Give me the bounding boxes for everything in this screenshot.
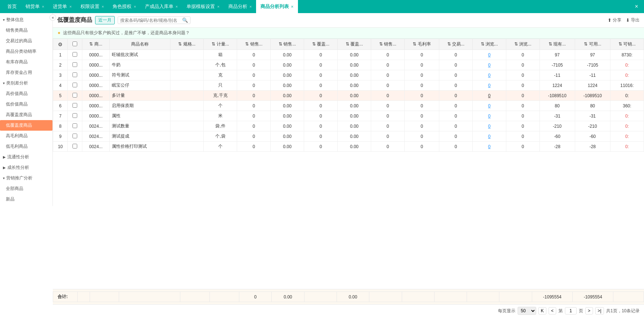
row-check[interactable] <box>68 131 82 142</box>
row-check[interactable] <box>68 91 82 101</box>
col-view1[interactable]: ⇅ 浏览... <box>472 39 506 50</box>
col-code[interactable]: ⇅ 商... <box>82 39 110 50</box>
sidebar-section-overall[interactable]: ▾ 整体信息 <box>0 15 52 25</box>
sidebar-item-low-margin[interactable]: 低毛利商品 <box>0 141 52 152</box>
tab-purchase[interactable]: 进货单 × <box>48 0 76 13</box>
per-page-select[interactable]: 50 20 100 <box>518 307 536 315</box>
col-check[interactable] <box>68 39 82 50</box>
row-view1[interactable]: 0 <box>472 80 506 91</box>
row-view1[interactable]: 0 <box>472 142 506 152</box>
sidebar-item-stock-capital[interactable]: 库存资金占用 <box>0 67 52 78</box>
col-trade[interactable]: ⇅ 交易... <box>439 39 472 50</box>
tab-template-close[interactable]: × <box>217 4 219 9</box>
tab-sales-order[interactable]: 销货单 × <box>21 0 48 13</box>
search-icon[interactable]: 🔍 <box>182 17 188 23</box>
tab-purchase-close[interactable]: × <box>69 4 71 9</box>
row-check[interactable] <box>68 70 82 80</box>
row-check[interactable] <box>68 50 82 60</box>
col-margin[interactable]: ⇅ 毛利率 <box>405 39 439 50</box>
col-view2[interactable]: ⇅ 浏览... <box>506 39 539 50</box>
tab-goods-analysis[interactable]: 商品分析 × <box>224 0 256 13</box>
row-check[interactable] <box>68 80 82 91</box>
col-gear[interactable]: ⚙ <box>53 39 68 50</box>
check-all[interactable] <box>72 41 77 46</box>
row-check[interactable] <box>68 60 82 70</box>
sidebar-section-flow[interactable]: ▶ 流通性分析 <box>0 152 52 162</box>
last-page-button[interactable]: >| <box>595 307 604 314</box>
col-unit[interactable]: ⇅ 计量... <box>204 39 237 50</box>
row-check[interactable] <box>68 121 82 131</box>
tab-goods-analysis-list[interactable]: 商品分析列表 × <box>256 0 298 13</box>
search-input[interactable] <box>120 18 182 23</box>
row-view1[interactable]: 0 <box>472 101 506 111</box>
close-all-button[interactable]: × <box>632 3 641 10</box>
tab-role-close[interactable]: × <box>134 4 136 9</box>
row-check[interactable] <box>68 111 82 121</box>
sidebar-item-high-margin[interactable]: 高毛利商品 <box>0 131 52 141</box>
row-view1[interactable]: 0 <box>472 91 506 101</box>
share-button[interactable]: ⬆ 分享 <box>608 17 621 23</box>
export-button[interactable]: ⬇ 导出 <box>626 17 640 23</box>
date-filter-button[interactable]: 近一月 <box>95 16 115 24</box>
sidebar-section-marketing[interactable]: ▾ 营销推广分析 <box>0 173 52 183</box>
tab-template[interactable]: 单据模板设置 × <box>182 0 224 13</box>
row-view1[interactable]: 0 <box>472 121 506 131</box>
row-checkbox[interactable] <box>72 62 77 67</box>
sidebar-item-traded-goods[interactable]: 交易过的商品 <box>0 36 52 46</box>
sidebar-item-category-rate[interactable]: 商品分类动销率 <box>0 46 52 57</box>
row-checkbox[interactable] <box>72 144 77 148</box>
sidebar-item-new-goods[interactable]: 新品 <box>0 194 52 205</box>
row-checkbox[interactable] <box>72 72 77 77</box>
row-view1[interactable]: 0 <box>472 50 506 60</box>
row-checkbox[interactable] <box>72 52 77 57</box>
row-checkbox[interactable] <box>72 83 77 87</box>
sidebar-item-stock-goods[interactable]: 有库存商品 <box>0 57 52 67</box>
sidebar-collapse-button[interactable]: « <box>50 14 56 21</box>
row-checkbox[interactable] <box>72 93 77 98</box>
row-checkbox[interactable] <box>72 103 77 108</box>
col-sales-amt[interactable]: ⇅ 销售... <box>271 39 304 50</box>
tab-sales-order-close[interactable]: × <box>42 4 44 9</box>
tab-permission-close[interactable]: × <box>102 4 104 9</box>
sidebar-section-growth[interactable]: ▶ 成长性分析 <box>0 162 52 173</box>
tab-product-in[interactable]: 产成品入库单 × <box>141 0 182 13</box>
col-stock2[interactable]: ⇅ 可用... <box>575 39 610 50</box>
col-stock1[interactable]: ⇅ 现有... <box>539 39 575 50</box>
tab-product-in-close[interactable]: × <box>176 4 178 9</box>
first-page-button[interactable]: K <box>538 307 546 314</box>
col-cover2[interactable]: ⇅ 覆盖... <box>338 39 371 50</box>
row-trade: 0 <box>439 50 472 60</box>
page-number-input[interactable] <box>565 307 577 314</box>
sidebar-item-all-goods[interactable]: 全部商品 <box>0 183 52 194</box>
row-margin: 0 <box>405 131 439 142</box>
sidebar-item-sales-goods[interactable]: 销售类商品 <box>0 25 52 36</box>
tab-permission[interactable]: 权限设置 × <box>76 0 108 13</box>
sidebar-item-high-value[interactable]: 高价值商品 <box>0 88 52 99</box>
sidebar-section-category[interactable]: ▾ 类别差分析 <box>0 78 52 88</box>
row-check[interactable] <box>68 142 82 152</box>
row-view1[interactable]: 0 <box>472 111 506 121</box>
col-cover1[interactable]: ⇅ 覆盖... <box>304 39 338 50</box>
col-sales3[interactable]: ⇅ 销售... <box>371 39 405 50</box>
tab-home[interactable]: 首页 <box>3 0 21 13</box>
tab-goods-analysis-close[interactable]: × <box>250 4 252 9</box>
gear-icon[interactable]: ⚙ <box>58 41 63 47</box>
row-checkbox[interactable] <box>72 123 77 128</box>
col-spec[interactable]: ⇅ 规格... <box>170 39 204 50</box>
sidebar-item-low-value[interactable]: 低价值商品 <box>0 99 52 110</box>
row-checkbox[interactable] <box>72 134 77 138</box>
prev-page-button[interactable]: < <box>549 307 556 314</box>
row-view1[interactable]: 0 <box>472 131 506 142</box>
col-stock3[interactable]: ⇅ 可销... <box>610 39 644 50</box>
row-view1[interactable]: 0 <box>472 70 506 80</box>
row-view1[interactable]: 0 <box>472 60 506 70</box>
row-check[interactable] <box>68 101 82 111</box>
tab-role[interactable]: 角色授权 × <box>108 0 140 13</box>
sidebar-item-low-cover[interactable]: 低覆盖度商品 <box>0 120 52 131</box>
next-page-button[interactable]: > <box>585 307 593 314</box>
col-name[interactable]: 商品名称 <box>110 39 170 50</box>
sidebar-item-high-cover[interactable]: 高覆盖度商品 <box>0 110 52 120</box>
tab-goods-analysis-list-close[interactable]: × <box>291 4 293 9</box>
col-sales-qty[interactable]: ⇅ 销售... <box>237 39 271 50</box>
row-checkbox[interactable] <box>72 113 77 118</box>
